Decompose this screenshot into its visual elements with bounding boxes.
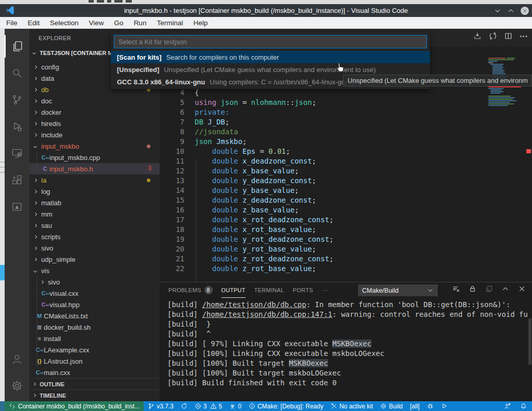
activity-box-triangle-icon[interactable] [5,195,29,218]
remote-indicator[interactable]: Container mskbo_build (/mskbo_build_inst… [5,401,144,411]
tree-item-input-mskbo[interactable]: input_mskbo [29,140,160,152]
activity-run-debug-icon[interactable] [5,115,29,138]
quickpick-input[interactable] [114,35,426,48]
menu-run[interactable]: Run [129,17,152,28]
lock-icon[interactable] [469,285,476,293]
tree-item-mm[interactable]: mm [29,208,160,220]
clear-output-icon[interactable] [452,285,460,293]
activity-search-icon[interactable] [5,62,29,84]
status-feedback-icon[interactable] [504,403,511,409]
status-all[interactable]: [all] [410,403,420,410]
close-icon[interactable] [521,7,529,15]
tree-item-visual-hpp[interactable]: C++visual.hpp [29,299,160,310]
more-actions-icon[interactable]: ··· [520,32,528,41]
tree-item-docker-build-sh[interactable]: ≣docker_build.sh [29,321,160,333]
panel-tab-output[interactable]: OUTPUT [221,282,246,298]
menu-edit[interactable]: Edit [23,17,45,28]
close-panel-icon[interactable] [518,285,526,293]
activity-files-icon[interactable] [5,35,29,58]
panel-tab-problems[interactable]: PROBLEMS8 [168,282,213,298]
status-tools-icon[interactable]: No active kit [331,403,373,410]
tree-item-main-cxx[interactable]: C++main.cxx [29,367,160,378]
code-line-16[interactable]: 16 double z_base_value; [160,205,500,215]
code-line-6[interactable]: 6private: [160,108,500,117]
code-line-13[interactable]: 13 double y_deadzone_const; [160,176,500,186]
code-line-18[interactable]: 18 double x_rot_base_value; [160,225,500,235]
quickpick-item-unspecified[interactable]: [Unspecified]Unspecified (Let CMake gues… [111,63,430,76]
menu-terminal[interactable]: Terminal [151,17,188,28]
menu-selection[interactable]: Selection [45,17,84,28]
tree-item-sau[interactable]: sau [29,220,160,231]
code-line-5[interactable]: 5using json = nlohmann::json; [160,98,500,108]
tree-item-laexample-cxx[interactable]: C++LAexample.cxx [29,344,160,355]
activity-account-icon[interactable] [5,348,29,370]
status-play-icon[interactable] [441,403,448,409]
activity-extensions-icon[interactable] [5,169,29,191]
menu-file[interactable]: File [1,17,23,28]
status-warning-icon[interactable]: 5 [210,403,222,410]
activity-remote-explorer-icon[interactable] [5,142,29,165]
tree-item-sivo[interactable]: sivo [29,242,160,254]
output-file-link[interactable]: /home/testjson/db/db.cpp [202,300,306,309]
panel-tab-terminal[interactable]: TERMINAL [254,282,284,298]
status-radio-tower-icon[interactable]: 0 [229,403,242,410]
timeline-section[interactable]: TIMELINE [29,389,160,401]
code-line-21[interactable]: 21 double z_rot_deadzone_const; [160,254,500,264]
code-line-7[interactable]: 7DB J_DB; [160,117,500,127]
open-in-editor-icon[interactable] [485,285,493,293]
split-editor-icon[interactable] [504,32,512,40]
status-sync-icon[interactable] [181,403,187,409]
outline-section[interactable]: OUTLINE [29,378,160,389]
status-gear-icon[interactable]: Build [380,403,403,410]
code-line-20[interactable]: 20 double y_rot_base_value; [160,244,500,254]
code-line-11[interactable]: 11 double x_deadzone_const; [160,156,500,166]
code-line-19[interactable]: 19 double y_rot_deadzone_const; [160,235,500,244]
activity-settings-gear-icon[interactable] [5,374,29,397]
tree-item-scripts[interactable]: scripts [29,231,160,242]
code-line-12[interactable]: 12 double x_base_value; [160,166,500,176]
status-bug-icon[interactable] [427,403,434,409]
code-line-8[interactable]: 8//jsondata [160,127,500,137]
code-line-15[interactable]: 15 double z_deadzone_const; [160,195,500,205]
tree-item-visual-cxx[interactable]: C++visual.cxx [29,288,160,299]
status-error-icon[interactable]: 3 [195,403,207,410]
maximize-panel-icon[interactable] [502,285,509,293]
box-download-icon[interactable] [473,32,482,40]
activity-source-control-icon[interactable] [5,88,29,111]
tree-item-hiredis[interactable]: hiredis [29,118,160,129]
output-file-link[interactable]: /home/testjson/db/db.cpp:147:1 [202,310,332,318]
tree-item-sivo[interactable]: sivo [29,276,160,288]
tree-item-install[interactable]: ≡install [29,333,160,344]
status-info-icon[interactable]: CMake: [Debug]: Ready [249,403,323,410]
tree-item-cmakelists-txt[interactable]: MCMakeLists.txt [29,310,160,321]
tree-item-input-mskbo-h[interactable]: Cinput_mskbo.h3 [29,163,160,174]
panel-tab-[interactable]: ··· [322,282,328,298]
menu-view[interactable]: View [84,17,109,28]
tree-item-input-mskbo-cpp[interactable]: C++input_mskbo.cpp [29,152,160,163]
code-line-17[interactable]: 17 double x_rot_deadzone_const; [160,215,500,225]
status-bell-icon[interactable] [520,403,527,409]
code-line-4[interactable]: 4{ [160,88,500,98]
tree-item-docker[interactable]: docker [29,106,160,118]
quickpick-item-scan-for-kits[interactable]: [Scan for kits]Search for compilers on t… [111,51,430,63]
menu-go[interactable]: Go [109,17,129,28]
menu-help[interactable]: Help [188,17,213,28]
code-line-10[interactable]: 10 double Eps = 0.01; [160,147,500,156]
tree-item-matlab[interactable]: matlab [29,197,160,208]
tree-item-la[interactable]: la [29,174,160,186]
status-git-branch-icon[interactable]: v3.7.3 [148,403,174,410]
code-line-22[interactable]: 22 double z_rot_base_value; [160,264,500,274]
minimap[interactable] [488,58,521,135]
maximize-icon[interactable] [507,7,514,14]
tree-item-include[interactable]: include [29,129,160,140]
panel-scrollbar[interactable] [528,318,531,365]
tree-item-udp-simple[interactable]: udp_simple [29,254,160,265]
switch-header-source-icon[interactable] [489,32,497,40]
minimize-icon[interactable] [494,7,501,14]
panel-tab-ports[interactable]: PORTS [293,282,313,298]
tree-item-doc[interactable]: doc [29,95,160,106]
tree-item-lastruct-json[interactable]: {}LAstruct.json [29,355,160,367]
output-channel-dropdown[interactable]: CMake/Build [358,284,438,296]
tree-item-vis[interactable]: vis [29,265,160,276]
code-line-9[interactable]: 9json Jmskbo; [160,137,500,147]
